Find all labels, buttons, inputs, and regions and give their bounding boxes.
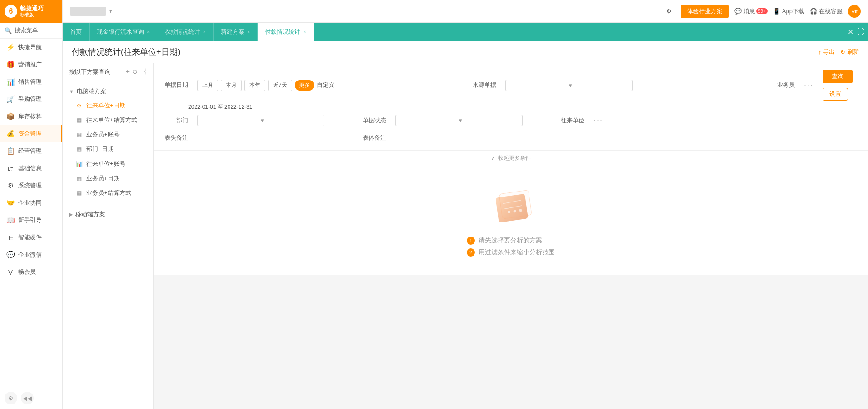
tab-bank-flow[interactable]: 现金银行流水查询 × [90,23,157,41]
user-avatar[interactable]: Rit [848,5,861,18]
scheme-item-unit-payment[interactable]: ▦ 往来单位+结算方式 [63,113,153,127]
inventory-icon: 📦 [6,112,15,121]
custom-label[interactable]: 自定义 [317,81,334,89]
app-icon: 📱 [773,8,780,15]
online-service-btn[interactable]: 🎧 在线客服 [810,7,843,15]
scheme-item-staff-account[interactable]: ▦ 业务员+账号 [63,127,153,142]
date-label: 单据日期 [163,81,188,89]
doc-status-select[interactable]: ▾ [395,115,523,126]
header-note-input[interactable] [197,132,324,143]
scheme-panel-icons: + ⊙ 《 [126,68,147,76]
sidebar-item-basic[interactable]: 🗂 基础信息 [0,160,62,177]
pc-scheme-group-title[interactable]: ▼ 电脑端方案 [63,85,153,98]
topbar-gear-btn[interactable]: ⚙ [663,5,675,18]
sidebar-collapse-btn[interactable]: ◀◀ [21,392,34,404]
export-btn[interactable]: ↑ 导出 [818,48,835,56]
search-label: 搜索菜单 [15,26,38,35]
step-1-text: 请先选择要分析的方案 [479,237,542,245]
empty-step-2: 2 用过滤条件来缩小分析范围 [467,248,555,257]
sidebar-item-hardware[interactable]: 🖥 智能硬件 [0,229,62,246]
date-btn-this-year[interactable]: 本年 [244,80,265,91]
tab-close-icon[interactable]: × [303,29,306,35]
sidebar-item-label: 快捷导航 [18,43,42,51]
tab-label: 现金银行流水查询 [97,28,144,36]
dept-select[interactable]: ▾ [197,115,324,126]
sidebar-item-guide[interactable]: 📖 新手引导 [0,212,62,229]
source-dropdown-icon: ▾ [569,82,629,89]
scheme-item-icon: ▦ [75,146,83,153]
filter-form: 单据日期 上月 本月 本年 近7天 更多 自定义 来源单据 [154,63,868,150]
date-range-row: 2022-01-01 至 2022-12-31 [163,103,859,111]
sidebar-nav: ⚡ 快捷导航 🎁 营销推广 📊 销售管理 🛒 采购管理 📦 库存核算 💰 资金管… [0,39,62,387]
tab-close-icon[interactable]: × [203,29,205,35]
scheme-item-dept-date[interactable]: ▦ 部门+日期 [63,142,153,157]
refresh-icon: ↻ [840,49,845,56]
sidebar-item-label: 库存核算 [18,112,42,121]
message-label: 消息 [743,7,755,15]
trial-btn[interactable]: 体验行业方案 [681,5,729,18]
pc-group-label: 电脑端方案 [77,87,106,96]
body-note-input[interactable] [395,132,523,143]
sidebar-item-inventory[interactable]: 📦 库存核算 [0,108,62,125]
tab-close-icon[interactable]: × [147,29,150,35]
sidebar: 6 畅捷通巧 标准版 🔍 搜索菜单 ⚡ 快捷导航 🎁 营销推广 📊 销售管理 🛒… [0,0,63,409]
scheme-settings-icon[interactable]: ⊙ [132,68,138,76]
add-scheme-icon[interactable]: + [126,68,130,76]
sidebar-item-marketing[interactable]: 🎁 营销推广 [0,56,62,73]
scheme-item-staff-payment[interactable]: ▦ 业务员+结算方式 [63,186,153,200]
partner-input[interactable]: ··· [594,116,603,125]
date-btn-7days[interactable]: 近7天 [268,80,292,91]
scheme-item-unit-date[interactable]: ⊙ 往来单位+日期 [63,98,153,113]
sidebar-logo: 6 畅捷通巧 标准版 [0,0,62,23]
export-label: 导出 [823,48,835,56]
date-btn-this-month[interactable]: 本月 [221,80,242,91]
source-select[interactable]: ▾ [505,80,633,91]
doc-status-dropdown-icon: ▾ [459,117,519,124]
tabs-close-all-icon[interactable]: ✕ [848,28,853,36]
system-icon: ⚙ [6,182,15,190]
sidebar-item-label: 销售管理 [18,78,42,86]
scheme-collapse-icon[interactable]: 《 [140,68,147,76]
collapse-more-btn[interactable]: ∧ 收起更多条件 [154,150,868,166]
sidebar-item-purchase[interactable]: 🛒 采购管理 [0,91,62,108]
page-title: 付款情况统计(往来单位+日期) [72,46,180,57]
dept-label: 部门 [163,116,188,125]
date-btn-more[interactable]: 更多 [295,80,314,91]
export-icon: ↑ [818,49,822,56]
sidebar-settings-btn[interactable]: ⚙ [5,392,17,404]
refresh-btn[interactable]: ↻ 刷新 [840,48,859,56]
tab-label: 首页 [70,28,82,36]
app-label: App下载 [782,7,804,15]
sidebar-item-wechat[interactable]: 💬 企业微信 [0,246,62,263]
settings-btn[interactable]: 设置 [823,88,848,101]
content-area: 按以下方案查询 + ⊙ 《 ▼ 电脑端方案 ⊙ 往来单位+日期 ▦ [63,63,868,409]
settings-icon: ⚙ [8,395,14,402]
scheme-item-staff-date[interactable]: ▦ 业务员+日期 [63,171,153,186]
tab-new-scheme[interactable]: 新建方案 × [214,23,258,41]
message-btn[interactable]: 💬 消息 99+ [734,7,768,15]
search-menu[interactable]: 🔍 搜索菜单 [0,23,62,39]
sidebar-item-operation[interactable]: 📋 经营管理 [0,142,62,160]
main-area: ▾ ⚙ 体验行业方案 💬 消息 99+ 📱 App下载 🎧 在线客服 Rit 首… [63,0,868,409]
scheme-item-icon: ▦ [75,116,83,124]
tab-home[interactable]: 首页 [63,23,90,41]
tabs-maximize-icon[interactable]: ⛶ [857,28,864,36]
sidebar-item-system[interactable]: ⚙ 系统管理 [0,177,62,194]
tab-close-icon[interactable]: × [247,29,250,35]
scheme-panel: 按以下方案查询 + ⊙ 《 ▼ 电脑端方案 ⊙ 往来单位+日期 ▦ [63,63,154,409]
tab-receipts[interactable]: 收款情况统计 × [157,23,213,41]
sidebar-item-enterprise[interactable]: 🤝 企业协同 [0,194,62,212]
date-btn-last-month[interactable]: 上月 [197,80,218,91]
staff-input[interactable]: ··· [804,81,813,90]
notification-badge: 99+ [756,8,768,14]
scheme-item-icon: ▦ [75,175,83,182]
sidebar-item-member[interactable]: V 畅会员 [0,263,62,281]
tab-payments[interactable]: 付款情况统计 × [258,23,314,41]
mobile-scheme-group-title[interactable]: ▶ 移动端方案 [63,207,153,221]
app-download-btn[interactable]: 📱 App下载 [773,7,804,15]
sidebar-item-quick-nav[interactable]: ⚡ 快捷导航 [0,39,62,56]
query-btn[interactable]: 查询 [823,70,853,83]
sidebar-item-sales[interactable]: 📊 销售管理 [0,73,62,91]
sidebar-item-finance[interactable]: 💰 资金管理 [0,125,62,142]
scheme-item-unit-account[interactable]: 📊 往来单位+账号 [63,157,153,171]
